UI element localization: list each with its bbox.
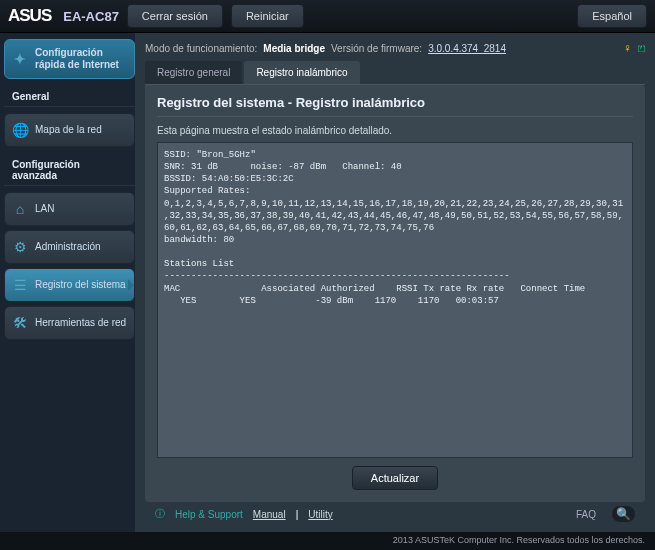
help-support-label: Help & Support <box>175 509 243 520</box>
search-icon[interactable]: 🔍 <box>612 506 635 522</box>
update-button[interactable]: Actualizar <box>352 466 438 490</box>
sidebar-item-network-map[interactable]: 🌐 Mapa de la red <box>4 113 135 147</box>
status-line: Modo de funcionamiento: Media bridge Ver… <box>145 39 645 61</box>
sidebar-item-quick-setup[interactable]: ✦ Configuración rápida de Internet <box>4 39 135 79</box>
brand-logo: ASUS <box>8 6 51 26</box>
tab-general-log[interactable]: Registro general <box>145 61 242 84</box>
firmware-link[interactable]: 3.0.0.4.374_2814 <box>428 43 506 54</box>
sidebar-item-label: LAN <box>35 203 54 215</box>
sidebar-item-admin[interactable]: ⚙ Administración <box>4 230 135 264</box>
sidebar: ✦ Configuración rápida de Internet Gener… <box>0 33 135 532</box>
sidebar-section-advanced: Configuración avanzada <box>4 153 135 186</box>
model-name: EA-AC87 <box>63 9 119 24</box>
panel-desc: Esta página muestra el estado inalámbric… <box>157 117 633 142</box>
sidebar-item-system-log[interactable]: ☰ Registro del sistema <box>4 268 135 302</box>
wand-icon: ✦ <box>11 50 29 68</box>
sidebar-item-label: Configuración rápida de Internet <box>35 47 128 71</box>
wireless-log-output[interactable] <box>157 142 633 458</box>
main-area: ✦ Configuración rápida de Internet Gener… <box>0 33 655 532</box>
sidebar-item-label: Mapa de la red <box>35 124 102 136</box>
info-icon: ⓘ <box>155 507 165 521</box>
status-icons: ♀ ⏍ <box>623 41 645 55</box>
globe-icon: 🌐 <box>11 121 29 139</box>
language-button[interactable]: Español <box>577 4 647 28</box>
fw-label: Versión de firmware: <box>331 43 422 54</box>
update-row: Actualizar <box>157 458 633 492</box>
sidebar-item-label: Herramientas de red <box>35 317 126 329</box>
tools-icon: 🛠 <box>11 314 29 332</box>
content-area: Modo de funcionamiento: Media bridge Ver… <box>135 33 655 532</box>
home-icon: ⌂ <box>11 200 29 218</box>
bulb-icon[interactable]: ♀ <box>623 41 632 55</box>
sidebar-item-label: Administración <box>35 241 101 253</box>
top-bar: ASUS EA-AC87 Cerrar sesión Reiniciar Esp… <box>0 0 655 33</box>
footer-bar: ⓘ Help & Support Manual | Utility FAQ 🔍 <box>145 502 645 526</box>
tabs: Registro general Registro inalámbrico <box>145 61 645 85</box>
utility-link[interactable]: Utility <box>308 509 332 520</box>
sidebar-item-network-tools[interactable]: 🛠 Herramientas de red <box>4 306 135 340</box>
copyright-bar: 2013 ASUSTeK Computer Inc. Reservados to… <box>0 532 655 550</box>
reboot-button[interactable]: Reiniciar <box>231 4 304 28</box>
faq-link[interactable]: FAQ <box>576 509 596 520</box>
list-icon: ☰ <box>11 276 29 294</box>
gear-icon: ⚙ <box>11 238 29 256</box>
mode-label: Modo de funcionamiento: <box>145 43 257 54</box>
brand: ASUS EA-AC87 <box>8 6 119 26</box>
manual-link[interactable]: Manual <box>253 509 286 520</box>
mode-value: Media bridge <box>263 43 325 54</box>
sidebar-section-general: General <box>4 85 135 107</box>
sidebar-item-lan[interactable]: ⌂ LAN <box>4 192 135 226</box>
sidebar-item-label: Registro del sistema <box>35 279 126 291</box>
usb-icon[interactable]: ⏍ <box>638 41 645 55</box>
tab-wireless-log[interactable]: Registro inalámbrico <box>244 61 359 84</box>
panel: Registro del sistema - Registro inalámbr… <box>145 85 645 502</box>
panel-title: Registro del sistema - Registro inalámbr… <box>157 95 633 117</box>
logout-button[interactable]: Cerrar sesión <box>127 4 223 28</box>
